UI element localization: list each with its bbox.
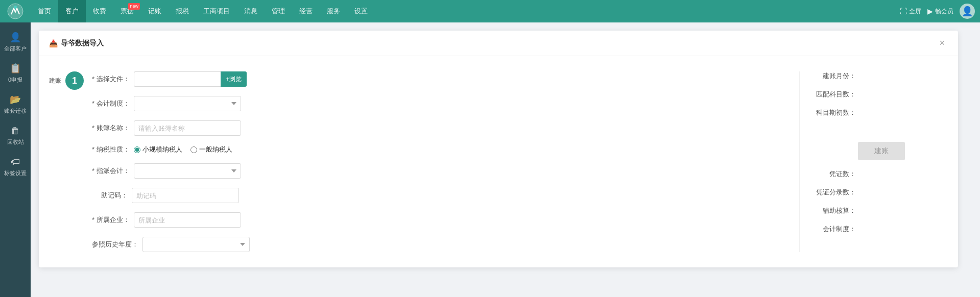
sidebar-item-declaration[interactable]: 📋 0申报 bbox=[0, 58, 31, 89]
tax-type-row: * 纳税性质： 小规模纳税人 一般纳税人 bbox=[92, 145, 784, 154]
history-year-select[interactable] bbox=[142, 237, 250, 252]
tax-type-radio-group: 小规模纳税人 一般纳税人 bbox=[134, 145, 232, 154]
tax-option2-label[interactable]: 一般纳税人 bbox=[190, 145, 232, 154]
voucher-entries-row: 凭证分录数： bbox=[815, 188, 948, 197]
period-initial-row: 科目期初数： bbox=[815, 108, 948, 117]
dialog-body: 建账 1 * 选择文件： +浏览 * 会计制度： bbox=[39, 56, 958, 267]
browse-button[interactable]: +浏览 bbox=[221, 71, 247, 87]
company-input[interactable] bbox=[134, 212, 241, 228]
dialog-title-icon: 📥 bbox=[49, 39, 58, 47]
sidebar-item-account-migration[interactable]: 📂 账套迁移 bbox=[0, 89, 31, 120]
main-content: 📥 导爷数据导入 × 建账 1 * 选择文件： bbox=[31, 22, 980, 297]
nav-right-actions: ⛶ 全屏 ▶ 畅会员 👤 bbox=[900, 4, 975, 19]
tax-option1-label[interactable]: 小规模纳税人 bbox=[134, 145, 182, 154]
vip-btn[interactable]: ▶ 畅会员 bbox=[927, 7, 953, 16]
account-migration-icon: 📂 bbox=[10, 94, 21, 105]
dialog-close-btn[interactable]: × bbox=[936, 37, 948, 50]
all-customers-icon: 👤 bbox=[10, 32, 21, 43]
ledger-name-row: * 账簿名称： bbox=[92, 120, 784, 136]
memo-input[interactable] bbox=[132, 188, 239, 203]
accounting-system-label: * 会计制度： bbox=[92, 99, 130, 108]
auxiliary-label: 辅助核算： bbox=[815, 206, 856, 215]
right-info-panel: 建账月份： 匹配科目数： 科目期初数： 建账 凭证数： bbox=[815, 71, 948, 252]
tax-option1-radio[interactable] bbox=[134, 146, 140, 153]
match-subjects-label: 匹配科目数： bbox=[815, 90, 856, 99]
dialog-title: 📥 导爷数据导入 bbox=[49, 39, 104, 48]
import-dialog: 📥 导爷数据导入 × 建账 1 * 选择文件： bbox=[39, 31, 958, 267]
voucher-count-row: 凭证数： bbox=[815, 169, 948, 179]
app-logo[interactable] bbox=[5, 1, 26, 21]
memo-label: 助记码： bbox=[92, 191, 128, 200]
nav-home[interactable]: 首页 bbox=[31, 0, 58, 22]
nav-tax[interactable]: 报税 bbox=[169, 0, 196, 22]
file-input-wrapper: +浏览 bbox=[134, 71, 247, 87]
step-label: 建账 bbox=[49, 77, 61, 85]
sidebar-item-tag-settings[interactable]: 🏷 标签设置 bbox=[0, 151, 31, 182]
user-avatar[interactable]: 👤 bbox=[960, 4, 975, 19]
file-select-row: * 选择文件： +浏览 bbox=[92, 71, 784, 87]
sidebar-item-all-customers[interactable]: 👤 全部客户 bbox=[0, 27, 31, 58]
recycle-icon: 🗑 bbox=[10, 125, 21, 136]
build-account-button[interactable]: 建账 bbox=[858, 142, 905, 160]
ledger-name-input[interactable] bbox=[134, 120, 241, 136]
match-subjects-row: 匹配科目数： bbox=[815, 90, 948, 99]
section-divider bbox=[799, 71, 800, 252]
svg-point-1 bbox=[14, 6, 17, 9]
nav-operations[interactable]: 经营 bbox=[292, 0, 320, 22]
nav-accounting[interactable]: 记账 bbox=[141, 0, 169, 22]
nav-billing[interactable]: 收费 bbox=[86, 0, 113, 22]
step-circle: 1 bbox=[65, 71, 84, 90]
tag-settings-icon: 🏷 bbox=[10, 156, 21, 167]
ledger-name-label: * 账簿名称： bbox=[92, 123, 130, 133]
voucher-count-label: 凭证数： bbox=[815, 169, 856, 179]
form-grid: * 选择文件： +浏览 * 会计制度： * 账簿名称： bbox=[92, 71, 784, 252]
top-navigation: 首页 客户 收费 票据 new 记账 报税 工商项目 消息 管理 经营 服务 设… bbox=[0, 0, 980, 22]
tax-option2-radio[interactable] bbox=[190, 146, 197, 153]
accountant-row: * 指派会计： bbox=[92, 163, 784, 179]
sidebar-item-recycle[interactable]: 🗑 回收站 bbox=[0, 120, 31, 151]
history-year-label: 参照历史年度： bbox=[92, 240, 138, 249]
nav-settings[interactable]: 设置 bbox=[347, 0, 375, 22]
accountant-label: * 指派会计： bbox=[92, 166, 130, 176]
new-badge: new bbox=[128, 3, 140, 10]
nav-messages[interactable]: 消息 bbox=[237, 0, 265, 22]
dialog-header: 📥 导爷数据导入 × bbox=[39, 31, 958, 56]
nav-customers[interactable]: 客户 bbox=[58, 0, 86, 22]
declaration-icon: 📋 bbox=[10, 63, 21, 74]
nav-business[interactable]: 工商项目 bbox=[196, 0, 237, 22]
fullscreen-btn[interactable]: ⛶ 全屏 bbox=[900, 7, 921, 16]
memo-row: 助记码： bbox=[92, 188, 784, 203]
company-label: * 所属企业： bbox=[92, 215, 130, 225]
file-input[interactable] bbox=[134, 71, 221, 87]
accounting-system-info-label: 会计制度： bbox=[815, 225, 856, 234]
nav-services[interactable]: 服务 bbox=[320, 0, 347, 22]
file-select-label: * 选择文件： bbox=[92, 75, 130, 84]
nav-invoices[interactable]: 票据 new bbox=[113, 0, 141, 22]
build-month-row: 建账月份： bbox=[815, 71, 948, 81]
period-initial-label: 科目期初数： bbox=[815, 108, 856, 117]
build-month-label: 建账月份： bbox=[815, 71, 856, 81]
tax-type-label: * 纳税性质： bbox=[92, 145, 130, 154]
accounting-system-info-row: 会计制度： bbox=[815, 225, 948, 234]
company-row: * 所属企业： bbox=[92, 212, 784, 228]
left-sidebar: 👤 全部客户 📋 0申报 📂 账套迁移 🗑 回收站 🏷 标签设置 bbox=[0, 22, 31, 297]
auxiliary-row: 辅助核算： bbox=[815, 206, 948, 215]
voucher-entries-label: 凭证分录数： bbox=[815, 188, 856, 197]
nav-management[interactable]: 管理 bbox=[265, 0, 292, 22]
accounting-system-select[interactable] bbox=[134, 96, 241, 111]
accounting-system-row: * 会计制度： bbox=[92, 96, 784, 111]
accountant-select[interactable] bbox=[134, 163, 241, 179]
history-year-row: 参照历史年度： bbox=[92, 237, 784, 252]
